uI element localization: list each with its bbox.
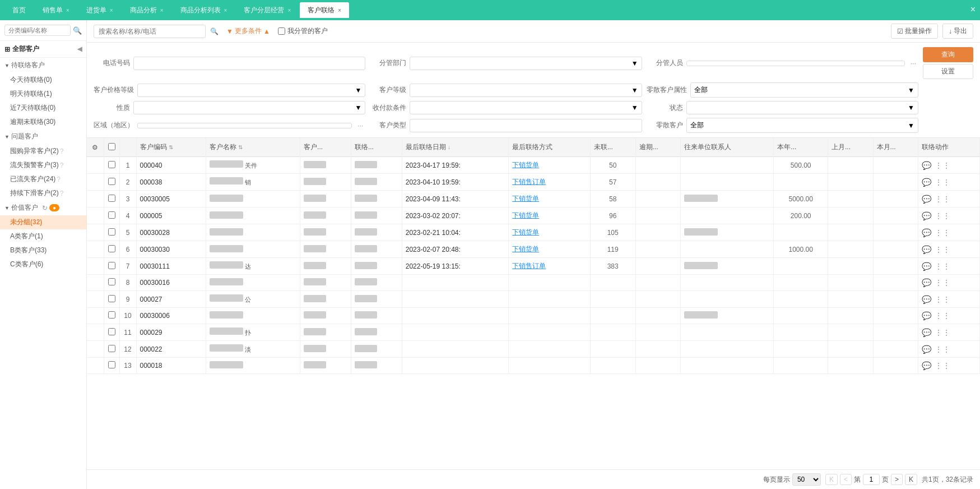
contact-icon[interactable]: 💬 (922, 178, 931, 187)
sidebar-item-unclassified[interactable]: 未分组(32) (0, 215, 86, 229)
row-checkbox[interactable] (108, 345, 115, 352)
sidebar-item-overdue-contact[interactable]: 逾期未联络(30) (0, 115, 86, 129)
close-product-analysis-list-tab-icon[interactable]: × (224, 7, 227, 13)
th-customer-type[interactable]: 客户... (300, 138, 351, 157)
page-size-select[interactable]: 50 100 (792, 473, 821, 486)
row-checkbox-cell[interactable] (104, 308, 119, 324)
sidebar-search-input[interactable] (4, 25, 71, 36)
tab-product-analysis-list[interactable]: 商品分析列表 × (173, 2, 235, 18)
last-contact-method-link[interactable]: 下销货单 (512, 245, 539, 253)
more-action-icon[interactable]: ⋮⋮ (935, 161, 950, 170)
row-checkbox-cell[interactable] (104, 191, 119, 207)
price-level-field[interactable]: ▼ (137, 84, 365, 97)
payment-terms-field[interactable]: ▼ (410, 101, 642, 114)
contact-icon[interactable]: 💬 (922, 361, 931, 370)
sidebar-item-abnormal-purchase[interactable]: 囤购异常客户(2) ? (0, 144, 86, 158)
contact-icon[interactable]: 💬 (922, 311, 931, 320)
batch-ops-btn[interactable]: ☑ 批量操作 (891, 24, 938, 39)
contact-icon[interactable]: 💬 (922, 262, 931, 271)
sidebar-item-tomorrow-pending[interactable]: 明天待联络(1) (0, 87, 86, 101)
row-checkbox-cell[interactable] (104, 207, 119, 224)
th-this-month[interactable]: 本月... (873, 138, 918, 157)
more-action-icon[interactable]: ⋮⋮ (935, 178, 950, 187)
row-checkbox[interactable] (108, 161, 115, 168)
reset-btn[interactable]: 设置 (923, 64, 973, 79)
nature-field[interactable]: ▼ (133, 101, 365, 114)
row-checkbox[interactable] (108, 211, 115, 219)
phone-input[interactable] (137, 59, 361, 67)
last-page-btn[interactable]: K (905, 474, 917, 485)
last-contact-method-link[interactable]: 下销售订单 (512, 178, 546, 186)
tab-customer-tier[interactable]: 客户分层经营 × (236, 2, 299, 18)
status-field[interactable]: ▼ (686, 101, 918, 114)
contact-icon[interactable]: 💬 (922, 345, 931, 354)
more-action-icon[interactable]: ⋮⋮ (935, 361, 950, 370)
th-this-year[interactable]: 本年... (774, 138, 828, 157)
th-customer-name[interactable]: 客户名称 ⇅ (206, 138, 300, 157)
th-last-contact-method[interactable]: 最后联络方式 (509, 138, 591, 157)
contact-icon[interactable]: 💬 (922, 328, 931, 337)
row-checkbox-cell[interactable] (104, 324, 119, 341)
sidebar-group-pending-contact[interactable]: ▼ 待联络客户 (0, 58, 86, 73)
query-btn[interactable]: 查询 (923, 47, 973, 62)
more-action-icon[interactable]: ⋮⋮ (935, 228, 950, 237)
close-purchase-tab-icon[interactable]: × (110, 7, 113, 13)
sidebar-all-customers[interactable]: ⊞ 全部客户 ◀ (0, 41, 86, 58)
sidebar-item-7days-pending[interactable]: 近7天待联络(0) (0, 101, 86, 115)
th-checkbox[interactable] (104, 138, 119, 157)
sidebar-item-today-pending[interactable]: 今天待联络(0) (0, 73, 86, 87)
sidebar-item-churn-warning[interactable]: 流失预警客户(3) ? (0, 158, 86, 172)
retail-attr-field[interactable]: 全部 ▼ (690, 82, 918, 98)
prev-page-btn[interactable]: < (840, 474, 852, 485)
sidebar-group-problem-customers[interactable]: ▼ 问题客户 (0, 129, 86, 144)
row-checkbox[interactable] (108, 328, 115, 335)
more-action-icon[interactable]: ⋮⋮ (935, 345, 950, 354)
select-all-checkbox[interactable] (108, 143, 115, 150)
row-checkbox[interactable] (108, 195, 115, 202)
row-checkbox[interactable] (108, 228, 115, 236)
phone-field[interactable] (133, 57, 365, 70)
row-checkbox[interactable] (108, 245, 115, 252)
contact-icon[interactable]: 💬 (922, 278, 931, 287)
row-checkbox[interactable] (108, 178, 115, 185)
region-dots-btn[interactable]: ··· (355, 122, 365, 130)
row-checkbox[interactable] (108, 311, 115, 319)
row-checkbox-cell[interactable] (104, 358, 119, 374)
th-contact[interactable]: 联络... (351, 138, 402, 157)
th-customer-code[interactable]: 客户编码 ⇅ (136, 138, 206, 157)
contact-icon[interactable]: 💬 (922, 228, 931, 237)
close-product-analysis-tab-icon[interactable]: × (160, 7, 164, 13)
close-sales-tab-icon[interactable]: × (66, 7, 69, 13)
row-checkbox-cell[interactable] (104, 174, 119, 191)
row-checkbox[interactable] (108, 262, 115, 269)
more-action-icon[interactable]: ⋮⋮ (935, 211, 950, 220)
contact-icon[interactable]: 💬 (922, 161, 931, 170)
last-contact-method-link[interactable]: 下销货单 (512, 161, 539, 169)
contact-icon[interactable]: 💬 (922, 195, 931, 204)
collapse-sidebar-icon[interactable]: ◀ (77, 45, 82, 53)
more-action-icon[interactable]: ⋮⋮ (935, 195, 950, 204)
th-uncontact[interactable]: 未联... (590, 138, 635, 157)
last-contact-method-link[interactable]: 下销货单 (512, 211, 539, 219)
sidebar-item-class-c[interactable]: C类客户(6) (0, 257, 86, 271)
tab-purchase[interactable]: 进货单 × (78, 2, 121, 18)
row-checkbox[interactable] (108, 295, 115, 302)
row-checkbox-cell[interactable] (104, 224, 119, 241)
last-contact-method-link[interactable]: 下销售订单 (512, 262, 546, 270)
sidebar-search-icon[interactable]: 🔍 (73, 26, 82, 35)
th-last-month[interactable]: 上月... (828, 138, 874, 157)
contact-icon[interactable]: 💬 (922, 245, 931, 254)
more-action-icon[interactable]: ⋮⋮ (935, 328, 950, 337)
last-contact-method-link[interactable]: 下销货单 (512, 195, 539, 202)
close-customer-tier-tab-icon[interactable]: × (287, 7, 291, 13)
customer-type-field[interactable] (410, 119, 642, 132)
sidebar-item-class-a[interactable]: A类客户(1) (0, 229, 86, 243)
tab-sales[interactable]: 销售单 × (35, 2, 77, 18)
sidebar-item-churned[interactable]: 已流失客户(24) ? (0, 172, 86, 186)
th-settings[interactable]: ⚙ (87, 138, 104, 157)
my-customers-checkbox[interactable] (278, 27, 285, 35)
row-checkbox-cell[interactable] (104, 157, 119, 174)
more-conditions-btn[interactable]: ▼ 更多条件 ▲ (223, 25, 273, 38)
last-contact-method-link[interactable]: 下销货单 (512, 228, 539, 236)
tab-home[interactable]: 首页 (4, 2, 34, 18)
